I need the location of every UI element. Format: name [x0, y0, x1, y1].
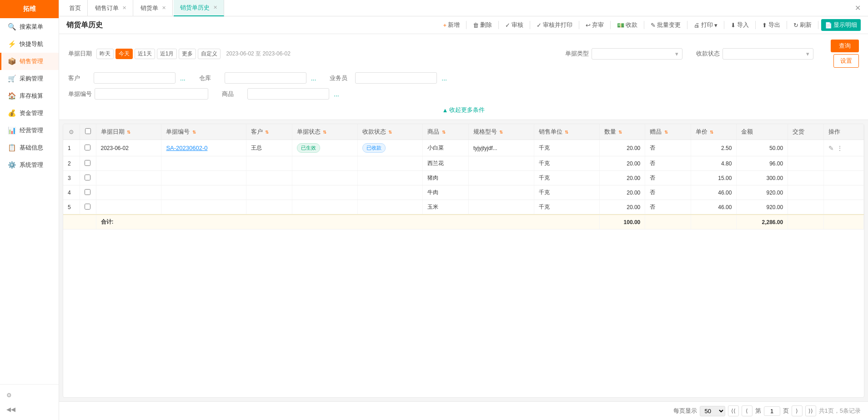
batch-change-button[interactable]: ✎ 批量变更: [647, 19, 684, 31]
1month-btn[interactable]: 近1月: [157, 49, 177, 59]
tab-sales-order-close[interactable]: ✕: [122, 5, 126, 11]
table-settings-icon[interactable]: ⚙: [69, 129, 74, 135]
new-button[interactable]: + 新增: [439, 19, 463, 31]
row-checkbox[interactable]: [85, 145, 90, 150]
discard-button[interactable]: ↩ 弃审: [582, 19, 607, 31]
row-amount: 96.00: [737, 156, 788, 171]
toolbar-sep-2: [498, 21, 499, 29]
col-collection-status[interactable]: 收款状态 ⇅: [357, 124, 423, 140]
tab-sales-delivery[interactable]: 销货单 ✕: [134, 0, 173, 16]
salesperson-input[interactable]: [355, 72, 437, 84]
doc-type-select[interactable]: ▾: [592, 48, 682, 60]
last-page-btn[interactable]: ⟩⟩: [805, 405, 816, 416]
sidebar-item-search-menu[interactable]: 🔍 搜索菜单: [0, 18, 59, 35]
tab-sales-history[interactable]: 销货单历史 ✕: [174, 0, 224, 16]
audit-button[interactable]: ✓ 审核: [502, 19, 527, 31]
col-spec[interactable]: 规格型号 ⇅: [468, 124, 534, 140]
col-quantity-label: 数量: [604, 128, 616, 135]
tab-close-all[interactable]: ✕: [851, 4, 864, 12]
col-settings[interactable]: ⚙: [63, 124, 80, 140]
more-action-icon[interactable]: ⋮: [837, 145, 843, 152]
row-doc-number[interactable]: SA-20230602-0: [161, 140, 246, 156]
custom-btn[interactable]: 自定义: [198, 49, 221, 59]
sidebar-item-quick-nav[interactable]: ⚡ 快捷导航: [0, 35, 59, 53]
sidebar-item-operations[interactable]: 📊 经营管理: [0, 122, 59, 139]
salesperson-ellipsis[interactable]: ...: [442, 75, 447, 82]
7days-btn[interactable]: 近1天: [135, 49, 155, 59]
collect-button[interactable]: 💵 收款: [613, 19, 641, 31]
col-customer[interactable]: 客户 ⇅: [246, 124, 292, 140]
sidebar-item-purchase-mgmt[interactable]: 🛒 采购管理: [0, 70, 59, 87]
row-checkbox-cell[interactable]: [80, 156, 96, 171]
row-checkbox-cell[interactable]: [80, 185, 96, 200]
sidebar-item-basic-info[interactable]: 📋 基础信息: [0, 139, 59, 156]
row-checkbox-cell[interactable]: [80, 200, 96, 215]
warehouse-ellipsis[interactable]: ...: [311, 75, 316, 82]
col-checkbox[interactable]: [80, 124, 96, 140]
data-table: ⚙ 单据日期 ⇅ 单据编号 ⇅: [63, 124, 864, 230]
tab-sales-delivery-close[interactable]: ✕: [162, 5, 166, 11]
table-header-row: ⚙ 单据日期 ⇅ 单据编号 ⇅: [63, 124, 864, 140]
delete-button[interactable]: 🗑 删除: [469, 19, 496, 31]
warehouse-input[interactable]: [225, 72, 306, 84]
audit-print-button[interactable]: ✓ 审核并打印: [533, 19, 576, 31]
more-conditions-toggle[interactable]: ▲ 收起更多条件: [442, 106, 485, 114]
sidebar-collapse-btn[interactable]: ◀◀: [0, 402, 59, 416]
col-doc-number[interactable]: 单据编号 ⇅: [161, 124, 246, 140]
row-goods: 猪肉: [423, 171, 469, 185]
gear-icon: ⚙️: [8, 161, 16, 169]
import-button[interactable]: ⬇ 导入: [727, 19, 753, 31]
query-button[interactable]: 查询: [831, 40, 859, 52]
row-checkbox[interactable]: [85, 204, 90, 210]
sidebar-item-system-mgmt[interactable]: ⚙️ 系统管理: [0, 156, 59, 174]
row-checkbox[interactable]: [85, 189, 90, 195]
yesterday-btn[interactable]: 昨天: [96, 49, 114, 59]
goods-input[interactable]: [247, 88, 329, 100]
col-gift[interactable]: 赠品 ⇅: [645, 124, 691, 140]
search-icon: 🔍: [8, 23, 16, 31]
filter-goods-field: 商品 ...: [222, 88, 339, 100]
tab-sales-order[interactable]: 销售订单 ✕: [89, 0, 133, 16]
prev-page-btn[interactable]: ⟨: [742, 405, 753, 416]
row-checkbox-cell[interactable]: [80, 171, 96, 185]
row-spec: [468, 185, 534, 200]
row-checkbox[interactable]: [85, 160, 90, 166]
page-input[interactable]: 1: [764, 406, 780, 416]
today-btn[interactable]: 今天: [115, 49, 133, 59]
sidebar-item-finance[interactable]: 💰 资金管理: [0, 105, 59, 122]
col-goods[interactable]: 商品 ⇅: [423, 124, 469, 140]
tab-sales-history-close[interactable]: ✕: [213, 5, 217, 10]
edit-action-icon[interactable]: ✎: [828, 145, 834, 152]
tab-home[interactable]: 首页: [63, 0, 88, 16]
col-unit-price[interactable]: 单价 ⇅: [691, 124, 737, 140]
row-num: 1: [63, 140, 80, 156]
doc-number-link[interactable]: SA-20230602-0: [166, 145, 207, 151]
collection-status-select[interactable]: ▾: [722, 48, 813, 60]
row-checkbox[interactable]: [85, 175, 90, 180]
doc-number-input[interactable]: [95, 88, 208, 100]
sidebar-item-inventory[interactable]: 🏠 库存核算: [0, 87, 59, 105]
col-quantity[interactable]: 数量 ⇅: [599, 124, 645, 140]
next-page-btn[interactable]: ⟩: [792, 405, 803, 416]
select-all-checkbox[interactable]: [85, 128, 91, 134]
first-page-btn[interactable]: ⟨⟨: [728, 405, 739, 416]
row-checkbox-cell[interactable]: [80, 140, 96, 156]
customer-ellipsis[interactable]: ...: [180, 75, 186, 82]
set-button[interactable]: 设置: [833, 54, 859, 68]
print-button[interactable]: 🖨 打印 ▾: [690, 19, 721, 31]
customer-input[interactable]: [94, 72, 176, 84]
col-doc-status[interactable]: 单据状态 ⇅: [292, 124, 357, 140]
export-button[interactable]: ⬆ 导出: [758, 19, 784, 31]
refresh-button[interactable]: ↻ 刷新: [790, 19, 815, 31]
per-page-select[interactable]: 50 100 200: [700, 406, 725, 416]
col-sales-unit[interactable]: 销售单位 ⇅: [534, 124, 599, 140]
more-btn[interactable]: 更多: [179, 49, 196, 59]
sidebar-item-sales-mgmt[interactable]: 📦 销售管理: [0, 53, 59, 70]
col-doc-date[interactable]: 单据日期 ⇅: [96, 124, 161, 140]
goods-ellipsis[interactable]: ...: [334, 90, 339, 98]
row-doc-date: [96, 156, 161, 171]
sort-icon-9: ⇅: [618, 130, 622, 135]
doc-type-label: 单据类型: [565, 50, 589, 58]
show-detail-button[interactable]: 📄 显示明细: [821, 19, 861, 31]
sidebar-settings-btn[interactable]: ⚙: [0, 388, 59, 402]
